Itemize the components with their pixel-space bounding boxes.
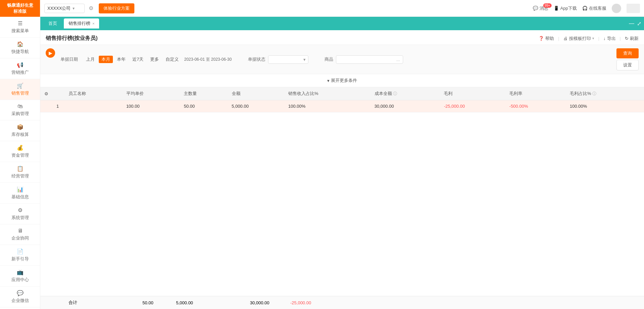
operations-icon: 📋 xyxy=(17,165,24,172)
td-total-amount: 5,000.00 xyxy=(228,100,285,112)
user-name xyxy=(627,4,640,13)
sidebar-item-purchase[interactable]: 🛍 采购管理 xyxy=(0,100,40,120)
marketing-icon: 📢 xyxy=(17,62,24,68)
sidebar-item-search[interactable]: ☰ 搜索菜单 xyxy=(0,17,40,38)
print-icon: 🖨 xyxy=(563,36,568,41)
refresh-button[interactable]: ↻ 刷新 xyxy=(625,36,639,42)
export-button[interactable]: ↓ 导出 xyxy=(603,36,616,42)
sidebar-item-operations[interactable]: 📋 经营管理 xyxy=(0,162,40,183)
date-range: 2023-06-01 至 2023-06-30 xyxy=(184,57,231,62)
date-tab-this-year[interactable]: 本年 xyxy=(114,56,128,63)
tab-minimize-icon[interactable]: — xyxy=(629,20,634,27)
sidebar-item-cooperation[interactable]: 🖥 企业协同 xyxy=(0,224,40,245)
help-button[interactable]: ❓ 帮助 xyxy=(539,36,554,42)
refresh-icon: ↻ xyxy=(625,36,629,41)
th-rank xyxy=(52,87,65,100)
tab-expand-icon[interactable]: ⤢ xyxy=(637,20,641,27)
help-icon: ❓ xyxy=(539,36,544,41)
th-avg-price: 平均单价 xyxy=(122,87,180,100)
th-employee-name: 员工名称 xyxy=(65,87,122,100)
status-select[interactable] xyxy=(268,55,308,64)
footer-gross-profit: -25,000.00 xyxy=(290,300,324,305)
sidebar-logo-text: 畅康通好生意 标准版 xyxy=(7,2,33,14)
td-employee-name xyxy=(65,100,122,112)
th-sales-pct: 销售收入占比% xyxy=(284,87,370,100)
td-main-qty: 50.00 xyxy=(180,100,227,112)
company-chevron-icon: ▾ xyxy=(73,6,75,11)
td-cost-amount: 30,000.00 xyxy=(371,100,440,112)
inventory-icon: 📦 xyxy=(17,124,24,130)
cost-info-icon[interactable]: ⓘ xyxy=(393,91,397,96)
message-badge[interactable]: 💬 消息 99+ xyxy=(533,5,548,11)
filter-section: ▶ 单据日期 上月 本月 本年 近7天 更多 自定义 2023-06-01 至 … xyxy=(40,45,644,74)
th-gross-profit: 毛利 xyxy=(440,87,505,100)
purchase-icon: 🛍 xyxy=(17,103,23,109)
sales-icon: 🛒 xyxy=(17,83,24,89)
goods-more-icon[interactable]: ... xyxy=(396,57,400,62)
sidebar-logo: 畅康通好生意 标准版 xyxy=(0,0,40,17)
export-icon: ↓ xyxy=(603,36,606,41)
app-download-link[interactable]: 📱 App下载 xyxy=(554,5,577,11)
sidebar-item-finance[interactable]: 💰 资金管理 xyxy=(0,141,40,162)
guide-icon: 📄 xyxy=(17,248,24,255)
goods-input[interactable] xyxy=(339,57,396,62)
trial-button[interactable]: 体验行业方案 xyxy=(99,3,134,13)
goods-filter: 商品 ... xyxy=(325,55,403,64)
sidebar-item-marketing[interactable]: 📢 营销推广 xyxy=(0,58,40,79)
filter-arrow-button[interactable]: ▶ xyxy=(46,48,55,58)
print-button[interactable]: 🖨 按模板打印 ▾ xyxy=(563,36,594,42)
tab-close-icon[interactable]: × xyxy=(92,21,94,25)
date-tab-custom[interactable]: 自定义 xyxy=(163,56,181,63)
header-right: 💬 消息 99+ 📱 App下载 🎧 在线客服 xyxy=(533,4,640,13)
th-cost-amount: 成本全额 ⓘ xyxy=(371,87,440,100)
filter-rows: 单据日期 上月 本月 本年 近7天 更多 自定义 2023-06-01 至 20… xyxy=(60,48,639,70)
sidebar-item-nav[interactable]: 🏠 快捷导航 xyxy=(0,38,40,58)
page-container: 销售排行榜(按业务员) ❓ 帮助 | 🖨 按模板打印 ▾ | ↓ xyxy=(40,30,644,309)
sidebar-item-guide[interactable]: 📄 新手引导 xyxy=(0,245,40,266)
sidebar-item-sales[interactable]: 🛒 销售管理 xyxy=(0,79,40,100)
query-action-group: 查询 设置 xyxy=(616,48,639,70)
sidebar-item-basic-info[interactable]: 📊 基础信息 xyxy=(0,183,40,204)
tab-sales-ranking[interactable]: 销售排行榜 × xyxy=(64,18,99,29)
ranking-table: ⚙ 员工名称 平均单价 主数量 全额 销售收入占比% 成本全额 ⓘ 毛利 毛利率… xyxy=(40,87,644,112)
header-settings-icon[interactable]: ⚙ xyxy=(89,5,93,11)
settings-button[interactable]: 设置 xyxy=(616,60,639,70)
expand-more-button[interactable]: ▾ 展开更多条件 xyxy=(323,75,361,86)
sidebar-item-app-center[interactable]: 📺 应用中心 xyxy=(0,266,40,287)
table-container: ⚙ 员工名称 平均单价 主数量 全额 销售收入占比% 成本全额 ⓘ 毛利 毛利率… xyxy=(40,87,644,296)
query-button[interactable]: 查询 xyxy=(616,48,639,58)
search-menu-icon: ☰ xyxy=(18,20,23,27)
td-gross-pct: 100.00% xyxy=(566,100,644,112)
gross-pct-info-icon[interactable]: ⓘ xyxy=(592,91,596,96)
td-rank: 1 xyxy=(52,100,65,112)
sidebar-item-system[interactable]: ⚙ 系统管理 xyxy=(0,204,40,224)
filter-row-1: 单据日期 上月 本月 本年 近7天 更多 自定义 2023-06-01 至 20… xyxy=(60,48,639,70)
sidebar-item-inventory[interactable]: 📦 库存核算 xyxy=(0,120,40,141)
date-tab-more[interactable]: 更多 xyxy=(147,56,162,63)
date-tab-last-month[interactable]: 上月 xyxy=(83,56,97,63)
page-title: 销售排行榜(按业务员) xyxy=(46,35,98,42)
user-avatar[interactable] xyxy=(612,4,621,13)
content-area: 销售排行榜(按业务员) ❓ 帮助 | 🖨 按模板打印 ▾ | ↓ xyxy=(40,30,644,309)
goods-input-group: ... xyxy=(336,55,403,64)
online-service-link[interactable]: 🎧 在线客服 xyxy=(582,5,606,11)
td-gross-margin: -500.00% xyxy=(505,100,566,112)
date-tab-this-month[interactable]: 本月 xyxy=(99,56,113,63)
page-header: 销售排行榜(按业务员) ❓ 帮助 | 🖨 按模板打印 ▾ | ↓ xyxy=(40,30,644,45)
tab-bar-actions: — ⤢ xyxy=(629,20,641,27)
sidebar-item-enterprise-wechat[interactable]: 💬 企业微信 xyxy=(0,287,40,307)
table-row: 1 100.00 50.00 5,000.00 100.00% 30,000.0… xyxy=(40,100,644,112)
sidebar-item-member[interactable]: 🏷 畅会员 xyxy=(0,307,40,309)
date-tab-7days[interactable]: 近7天 xyxy=(130,56,146,63)
headset-icon: 🎧 xyxy=(582,6,588,11)
expand-more-row: ▾ 展开更多条件 xyxy=(40,74,644,87)
message-icon: 💬 xyxy=(533,6,538,11)
footer-total-amount: 5,000.00 xyxy=(176,300,210,305)
footer-label: 合计 xyxy=(69,300,109,306)
tab-home[interactable]: 首页 xyxy=(43,18,62,29)
th-main-qty: 主数量 xyxy=(180,87,227,100)
td-gross-profit: -25,000.00 xyxy=(440,100,505,112)
message-count: 99+ xyxy=(543,3,552,8)
th-settings[interactable]: ⚙ xyxy=(40,87,52,100)
company-selector[interactable]: XXXXX公司 ▾ xyxy=(44,4,85,13)
